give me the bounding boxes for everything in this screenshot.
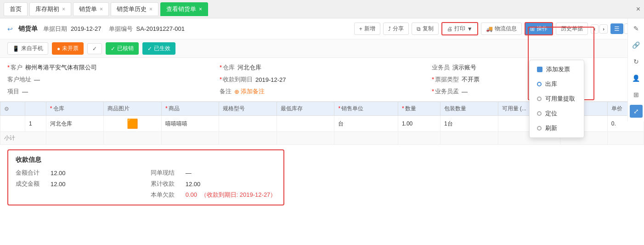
outbound-label: 出库 <box>545 80 557 88</box>
outbound-item[interactable]: 出库 <box>530 77 584 91</box>
settings-col[interactable]: ⚙ <box>0 102 25 116</box>
sidebar-edit-icon[interactable]: ✎ <box>630 22 643 35</box>
rownum-col <box>25 102 46 116</box>
row-min-stock <box>277 116 334 132</box>
doc-number-label: 单据编号 SA-20191227-001 <box>109 25 185 33</box>
tab-sales-order-label: 销货单 <box>79 5 97 13</box>
list-view-button[interactable]: ☰ <box>610 23 623 34</box>
plus-icon: + <box>359 26 362 32</box>
tab-inventory-close[interactable]: × <box>62 6 65 12</box>
available-qty-label: 可用量提取 <box>545 95 575 103</box>
row-quantity: 1.00 <box>398 116 440 132</box>
payment-date-row: 收款到期日 2019-12-27 <box>220 75 424 84</box>
owed-row: 本单欠款 0.00 （收款到期日: 2019-12-27） <box>151 191 277 199</box>
subtotal-image <box>104 132 162 145</box>
staff-label: 业务员 <box>432 63 450 72</box>
warehouse-label: 仓库 <box>220 63 235 72</box>
close-window-button[interactable]: × <box>636 5 640 13</box>
doc-meta: 单据日期 2019-12-27 单据编号 SA-20191227-001 <box>43 25 185 33</box>
row-spec <box>219 116 277 132</box>
tab-sales-history[interactable]: 销货单历史 × <box>111 2 158 16</box>
prev-button[interactable]: ‹ <box>591 24 599 34</box>
doc-type-label: 销货单 <box>18 25 38 33</box>
same-order-row: 同单现结 — <box>151 169 277 177</box>
logistics-button[interactable]: 🚚 物流信息 <box>481 23 522 35</box>
check-circle-icon: ✓ <box>111 46 115 52</box>
subtotal-spec <box>219 132 277 145</box>
locate-label: 定位 <box>545 109 557 118</box>
tab-sales-history-close[interactable]: × <box>149 6 153 12</box>
locate-item[interactable]: 定位 <box>530 106 584 121</box>
add-invoice-item[interactable]: 添加发票 <box>530 62 584 77</box>
subtotal-product <box>161 132 219 145</box>
right-sidebar: ✎ 🔗 ↻ 👤 ⊞ ⤢ <box>627 18 644 121</box>
tab-view-sales[interactable]: 查看销货单 × <box>160 2 208 16</box>
row-pack-qty: 1台 <box>440 116 498 132</box>
add-note-button[interactable]: ⊕ 添加备注 <box>234 87 265 96</box>
sidebar-expand-icon[interactable]: ⤢ <box>630 105 643 118</box>
note-label: 备注 <box>220 87 232 96</box>
tab-sales-history-label: 销货单历史 <box>117 5 147 13</box>
next-button[interactable]: › <box>599 24 608 34</box>
outbound-icon <box>537 82 542 86</box>
same-order-label: 同单现结 <box>151 169 183 177</box>
doc-date-label: 单据日期 2019-12-27 <box>43 25 102 33</box>
row-sales-unit: 台 <box>334 116 398 132</box>
product-image-col: 商品图片 <box>104 102 162 116</box>
tab-inventory-init[interactable]: 库存期初 × <box>29 2 71 16</box>
ticket-type-value: 不开票 <box>462 75 480 84</box>
plus-circle-icon: ⊕ <box>234 88 239 95</box>
copy-button[interactable]: ⧉ 复制 <box>412 23 439 35</box>
cumulative-value: 12.00 <box>186 181 201 188</box>
print-button[interactable]: 🖨 打印 ▼ <box>441 22 478 35</box>
subtotal-unit <box>334 132 398 145</box>
address-label: 客户地址 <box>7 75 31 84</box>
total-row: 金额合计 12.00 <box>16 169 141 177</box>
available-qty-item[interactable]: 可用量提取 <box>530 91 584 106</box>
sold-button[interactable]: ✓ 已核销 <box>106 42 139 55</box>
sidebar-user-icon[interactable]: 👤 <box>630 72 643 85</box>
operate-button[interactable]: ⊞ 操作 <box>525 22 553 35</box>
sidebar-link-icon[interactable]: 🔗 <box>630 39 643 51</box>
transaction-value: 12.00 <box>51 181 66 188</box>
ticket-type-label: 票据类型 <box>432 75 459 84</box>
tab-bar: 首页 库存期初 × 销货单 × 销货单历史 × 查看销货单 × × <box>0 0 644 18</box>
payment-info-title: 收款信息 <box>16 156 276 164</box>
tab-home[interactable]: 首页 <box>4 2 28 16</box>
history-button[interactable]: 历史单据 <box>556 23 588 35</box>
sidebar-data-icon[interactable]: ⊞ <box>630 88 643 101</box>
staff2-value: — <box>462 88 468 95</box>
customer-value: 柳州粤港平安气体有限公司 <box>25 63 97 72</box>
cumulative-label: 累计收款 <box>151 180 183 188</box>
owed-label: 本单欠款 <box>151 191 183 199</box>
tab-sales-order[interactable]: 销货单 × <box>73 2 109 16</box>
tab-view-sales-close[interactable]: × <box>199 6 202 12</box>
refresh-item[interactable]: 刷新 <box>530 121 584 136</box>
tab-sales-order-close[interactable]: × <box>100 6 103 12</box>
new-button[interactable]: + 新增 <box>354 23 380 35</box>
sales-unit-col: 销售单位 <box>334 102 398 116</box>
note-row: 备注 ⊕ 添加备注 <box>220 87 424 96</box>
customer-row: 客户 柳州粤港平安气体有限公司 <box>7 63 212 72</box>
not-open-ticket-button[interactable]: ● 未开票 <box>52 42 84 55</box>
address-row: 客户地址 — <box>7 75 212 84</box>
address-value: — <box>34 76 40 83</box>
dropdown-arrow-print: ▼ <box>467 26 473 32</box>
from-mobile-button[interactable]: 📱 来自手机 <box>7 42 48 55</box>
payment-date-label: 收款到期日 <box>220 75 253 84</box>
effective-button[interactable]: ✓ 已生效 <box>142 42 175 55</box>
tab-home-label: 首页 <box>10 5 22 13</box>
copy-icon: ⧉ <box>417 26 421 32</box>
refresh-label: 刷新 <box>545 124 557 132</box>
sidebar-refresh-icon[interactable]: ↻ <box>630 55 643 68</box>
check-icon-button[interactable]: ✓ <box>87 43 102 54</box>
transaction-row: 成交金额 12.00 <box>16 180 141 188</box>
subtotal-qty <box>398 132 440 145</box>
effective-icon: ✓ <box>147 46 152 52</box>
mobile-icon: 📱 <box>12 46 19 52</box>
share-button[interactable]: ⤴ 分享 <box>383 23 409 35</box>
spec-col: 规格型号 <box>219 102 277 116</box>
grid-icon: ⊞ <box>530 26 535 32</box>
payment-date-value: 2019-12-27 <box>255 76 286 83</box>
same-order-value: — <box>186 170 192 177</box>
